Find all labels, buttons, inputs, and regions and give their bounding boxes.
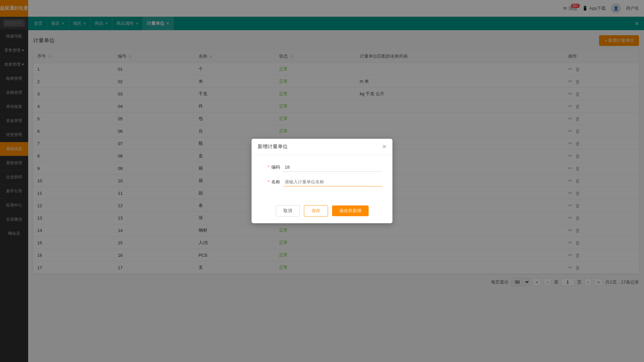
modal-header: 新增计量单位 ✕ [252, 139, 392, 155]
name-form-row: * 名称 [262, 178, 382, 186]
name-required-mark: * [268, 179, 269, 184]
modal-footer: 取消 保存 保存并新增 [252, 200, 392, 223]
name-label: * 名称 [262, 179, 280, 185]
modal-body: * 编码 * 名称 [252, 155, 392, 200]
add-measure-unit-modal: 新增计量单位 ✕ * 编码 * 名称 取消 保存 保存并新增 [252, 139, 392, 223]
code-label: * 编码 [262, 164, 280, 170]
modal-title: 新增计量单位 [258, 143, 288, 150]
name-input[interactable] [283, 178, 382, 186]
code-label-text: 编码 [271, 165, 280, 170]
code-input[interactable] [283, 163, 382, 172]
save-button[interactable]: 保存 [304, 205, 328, 217]
cancel-button[interactable]: 取消 [276, 205, 300, 217]
name-label-text: 名称 [271, 179, 280, 184]
modal-overlay[interactable]: 新增计量单位 ✕ * 编码 * 名称 取消 保存 保存并新增 [0, 0, 644, 362]
code-required-mark: * [268, 165, 269, 170]
code-form-row: * 编码 [262, 163, 382, 172]
modal-close-icon[interactable]: ✕ [382, 144, 386, 149]
save-and-new-button[interactable]: 保存并新增 [332, 205, 369, 216]
